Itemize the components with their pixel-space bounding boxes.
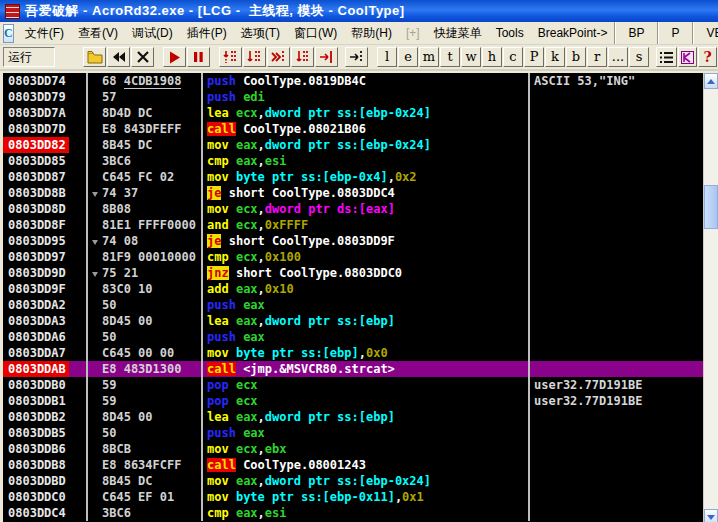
menu-extra-item-1[interactable]: 快捷菜单 [427,22,489,44]
disasm-comment [530,297,703,313]
menu-item-6[interactable]: 帮助(H) [344,22,399,44]
disasm-address: 0803DD7D [3,121,88,137]
execute-till-return-button[interactable] [315,47,338,67]
animate-over-button[interactable] [291,47,314,67]
menu-right-item-p[interactable]: P [657,22,692,44]
go-to-user-code-button[interactable] [345,47,368,67]
disasm-address: 0803DD8D [3,201,88,217]
open-file-button[interactable] [83,47,106,67]
plugin-window-button[interactable] [678,47,697,67]
menu-item-1[interactable]: 查看(V) [71,22,125,44]
toolbar-letter-r-button[interactable]: r [587,47,607,67]
scrollbar-thumb[interactable] [704,185,718,229]
toolbar-letter-k-button[interactable]: k [545,47,565,67]
arrow-bar-icon [349,50,364,64]
step-into-button[interactable] [219,47,242,67]
disasm-instruction: lea ecx,dword ptr ss:[ebp-0x24] [203,105,530,121]
disasm-address: 0803DDB5 [3,425,88,441]
vertical-scrollbar[interactable] [703,73,718,522]
scroll-up-button[interactable] [704,73,718,89]
toolbar-letter-e-button[interactable]: e [398,47,418,67]
toolbar-letter-m-button[interactable]: m [419,47,439,67]
disasm-row[interactable]: 0803DDBD8B45 DCmov eax,dword ptr ss:[ebp… [3,473,703,489]
menu-item-4[interactable]: 选项(T) [234,22,287,44]
menu-extra-item-2[interactable]: Tools [489,22,531,44]
run-button[interactable] [163,47,186,67]
toolbar-letter-w-button[interactable]: w [461,47,481,67]
toolbar-letter-h-button[interactable]: h [482,47,502,67]
disasm-row[interactable]: 0803DD9D75 21jnz short CoolType.0803DDC0 [3,265,703,281]
disasm-row[interactable]: 0803DDB550push eax [3,425,703,441]
disasm-row[interactable]: 0803DDA7C645 00 00mov byte ptr ss:[ebp],… [3,345,703,361]
question-icon: ? [703,49,711,65]
disasm-address: 0803DDA2 [3,297,88,313]
menu-item-5[interactable]: 窗口(W) [287,22,344,44]
disasm-row[interactable]: 0803DDA650push eax [3,329,703,345]
toolbar-letter-dots-button[interactable]: ... [608,47,628,67]
disasm-row[interactable]: 0803DDB68BCBmov ecx,ebx [3,441,703,457]
menu-item-2[interactable]: 调试(D) [125,22,180,44]
disasm-row[interactable]: 0803DDC0C645 EF 01mov byte ptr ss:[ebp-0… [3,489,703,505]
disasm-row[interactable]: 0803DDA38D45 00lea eax,dword ptr ss:[ebp… [3,313,703,329]
close-button[interactable] [131,47,154,67]
disasm-instruction: push eax [203,425,530,441]
pause-button[interactable] [187,47,210,67]
menu-extra-item-3[interactable]: BreakPoint-> [531,22,615,44]
disasm-comment [530,185,703,201]
help-button[interactable]: ? [698,47,717,67]
disasm-row[interactable]: 0803DD9781F9 00010000cmp ecx,0x100 [3,249,703,265]
arrow-down-icon [707,515,715,520]
disasm-row[interactable]: 0803DD8F81E1 FFFF0000and ecx,0xFFFF [3,217,703,233]
menu-item-0[interactable]: 文件(F) [18,22,71,44]
disasm-row[interactable]: 0803DD7A8D4D DClea ecx,dword ptr ss:[ebp… [3,105,703,121]
disasm-comment [530,233,703,249]
disasm-instruction: je short CoolType.0803DD9F [203,233,530,249]
disasm-row[interactable]: 0803DD9574 08je short CoolType.0803DD9F [3,233,703,249]
menu-item-3[interactable]: 插件(P) [180,22,234,44]
toolbar-letter-t-button[interactable]: t [440,47,460,67]
disasm-row[interactable]: 0803DD7DE8 843DFEFFcall CoolType.08021B0… [3,121,703,137]
disasm-address: 0803DD79 [3,89,88,105]
disasm-comment [530,313,703,329]
disasm-comment [530,361,703,377]
restart-button[interactable] [107,47,130,67]
disasm-row[interactable]: 0803DD8B74 37je short CoolType.0803DDC4 [3,185,703,201]
disasm-row[interactable]: 0803DD87C645 FC 02mov byte ptr ss:[ebp-0… [3,169,703,185]
disasm-row[interactable]: 0803DDA250push eax [3,297,703,313]
disasm-row[interactable]: 0803DD853BC6cmp eax,esi [3,153,703,169]
toolbar-letter-b-button[interactable]: b [566,47,586,67]
animate-into-button[interactable] [267,47,290,67]
toolbar-letter-c-button[interactable]: c [503,47,523,67]
disasm-instruction: mov byte ptr ss:[ebp],0x0 [203,345,530,361]
disasm-instruction: mov eax,dword ptr ss:[ebp-0x24] [203,473,530,489]
disasm-bytes: 59 [88,377,203,393]
menu-right-item-bp[interactable]: BP [614,22,657,44]
disasm-address: 0803DD74 [3,73,88,89]
scroll-down-button[interactable] [704,509,718,522]
toolbar-letter-s-button[interactable]: s [629,47,649,67]
disasm-instruction: pop ecx [203,393,530,409]
disasm-row[interactable]: 0803DD7468 4CDB1908push CoolType.0819DB4… [3,73,703,89]
rewind-icon [112,51,126,63]
disasm-row[interactable]: 0803DDB28D45 00lea eax,dword ptr ss:[ebp… [3,409,703,425]
k-window-icon [681,51,694,64]
disasm-row[interactable]: 0803DD7957push edi [3,89,703,105]
disasm-row[interactable]: 0803DD828B45 DCmov eax,dword ptr ss:[ebp… [3,137,703,153]
disasm-row[interactable]: 0803DDABE8 483D1300call <jmp.&MSVCR80.st… [3,361,703,377]
disasm-row[interactable]: 0803DD8D8B08mov ecx,dword ptr ds:[eax] [3,201,703,217]
cpu-window-icon[interactable]: C [3,24,14,43]
toolbar-letter-l-button[interactable]: l [377,47,397,67]
disasm-row[interactable]: 0803DDC43BC6cmp eax,esi [3,505,703,521]
disasm-instruction: je short CoolType.0803DDC4 [203,185,530,201]
toolbar-letter-P-button[interactable]: P [524,47,544,67]
disasm-row[interactable]: 0803DD9F83C0 10add eax,0x10 [3,281,703,297]
disasm-row[interactable]: 0803DDB159pop ecxuser32.77D191BE [3,393,703,409]
play-icon [169,51,181,64]
disasm-row[interactable]: 0803DDB8E8 8634FCFFcall CoolType.0800124… [3,457,703,473]
disasm-instruction: jnz short CoolType.0803DDC0 [203,265,530,281]
disasm-instruction: mov eax,dword ptr ss:[ebp-0x24] [203,137,530,153]
options-button[interactable] [656,47,677,67]
step-over-button[interactable] [243,47,266,67]
menu-right-item-vb[interactable]: VB [692,22,718,44]
disasm-row[interactable]: 0803DDB059pop ecxuser32.77D191BE [3,377,703,393]
